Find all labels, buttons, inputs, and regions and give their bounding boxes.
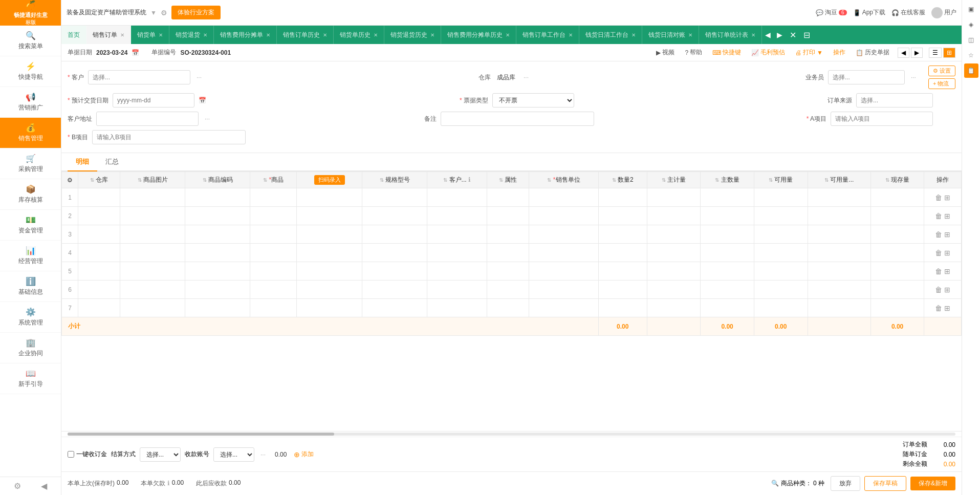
tab-sales-stats-close[interactable]: ✕ xyxy=(751,32,755,38)
row-product-6[interactable] xyxy=(250,281,297,299)
row-spec-2[interactable] xyxy=(362,207,427,225)
account-ellipsis[interactable]: ··· xyxy=(258,451,268,458)
history-btn[interactable]: 📋 历史单据 xyxy=(854,47,891,58)
row-qty2-6[interactable] xyxy=(598,281,647,299)
available-sort-icon[interactable]: ⇅ xyxy=(769,177,773,183)
tab-sales-invoice[interactable]: 销货单 ✕ xyxy=(131,26,169,44)
row-spec-7[interactable] xyxy=(362,299,427,317)
sidebar-item-operations[interactable]: 📊 经营管理 xyxy=(0,241,61,271)
row-warehouse-5[interactable] xyxy=(78,262,120,281)
customer-code-sort-icon[interactable]: ⇅ xyxy=(443,177,447,183)
tab-sales-order-history-close[interactable]: ✕ xyxy=(323,32,327,38)
qty2-sort-icon[interactable]: ⇅ xyxy=(612,177,616,183)
row-product-3[interactable] xyxy=(250,225,297,244)
tab-sales-stats[interactable]: 销售订单统计表 ✕ xyxy=(699,26,762,44)
row-code-1[interactable] xyxy=(185,188,250,207)
sidebar-item-purchase[interactable]: 🛒 采购管理 xyxy=(0,148,61,179)
save-new-button[interactable]: 保存&新增 xyxy=(910,477,955,490)
product-sort-icon[interactable]: ⇅ xyxy=(263,177,267,183)
sidebar-item-sales[interactable]: 💰 销售管理 xyxy=(0,118,61,148)
row-code-2[interactable] xyxy=(185,207,250,225)
row-unit-6[interactable] xyxy=(529,281,599,299)
tab-daily-reconcile-close[interactable]: ✕ xyxy=(688,32,692,38)
row-main-qty-3[interactable] xyxy=(701,225,754,244)
sidebar-item-basicinfo[interactable]: ℹ️ 基础信息 xyxy=(0,271,61,302)
sidebar-item-finance[interactable]: 💵 资金管理 xyxy=(0,210,61,241)
a-project-input[interactable] xyxy=(831,112,933,126)
tab-expense-history-close[interactable]: ✕ xyxy=(506,32,510,38)
row-main-qty-1[interactable] xyxy=(701,188,754,207)
message-btn[interactable]: 💬 淘豆 6 xyxy=(816,8,847,17)
warehouse-sort-icon[interactable]: ⇅ xyxy=(90,177,94,183)
salesperson-input[interactable] xyxy=(828,70,905,84)
tab-invoice-history-close[interactable]: ✕ xyxy=(374,32,378,38)
row-qty2-5[interactable] xyxy=(598,262,647,281)
main-unit-sort-icon[interactable]: ⇅ xyxy=(662,177,666,183)
horizontal-scrollbar[interactable] xyxy=(61,431,962,437)
tab-return-history[interactable]: 销货退货历史 ✕ xyxy=(384,26,441,44)
copy-row-btn-4[interactable]: ⊞ xyxy=(944,249,950,257)
available2-sort-icon[interactable]: ⇅ xyxy=(824,177,829,183)
tab-daily-workbench[interactable]: 钱货日清工作台 ✕ xyxy=(579,26,642,44)
unit-sort-icon[interactable]: ⇅ xyxy=(547,177,551,183)
shortcut-btn[interactable]: ⌨ 快捷键 xyxy=(710,47,743,58)
row-spec-4[interactable] xyxy=(362,244,427,262)
delete-row-btn-7[interactable]: 🗑 xyxy=(935,304,942,312)
tab-sales-return-close[interactable]: ✕ xyxy=(203,32,207,38)
image-sort-icon[interactable]: ⇅ xyxy=(138,177,142,183)
table-settings-icon[interactable]: ⚙ xyxy=(67,177,73,184)
row-product-4[interactable] xyxy=(250,244,297,262)
spec-sort-icon[interactable]: ⇅ xyxy=(380,177,384,183)
list-view-btn[interactable]: ☰ xyxy=(929,48,942,58)
row-attr-4[interactable] xyxy=(487,244,529,262)
tab-sales-order-close[interactable]: ✕ xyxy=(120,32,124,38)
row-spec-3[interactable] xyxy=(362,225,427,244)
row-customer-code-2[interactable] xyxy=(427,207,487,225)
row-attr-6[interactable] xyxy=(487,281,529,299)
sidebar-item-inventory[interactable]: 📦 库存核算 xyxy=(0,179,61,210)
next-record-btn[interactable]: ▶ xyxy=(911,48,923,58)
b-project-input[interactable] xyxy=(92,130,246,144)
order-source-input[interactable] xyxy=(856,93,933,107)
row-code-7[interactable] xyxy=(185,299,250,317)
scrollbar-thumb[interactable] xyxy=(68,433,334,436)
salesperson-ellipsis[interactable]: ··· xyxy=(909,74,918,81)
right-panel-btn-5[interactable]: 📋 xyxy=(964,63,978,78)
row-code-5[interactable] xyxy=(185,262,250,281)
tab-home[interactable]: 首页 xyxy=(61,26,86,44)
warehouse-ellipsis[interactable]: ··· xyxy=(521,74,531,81)
row-main-qty-6[interactable] xyxy=(701,281,754,299)
copy-row-btn-1[interactable]: ⊞ xyxy=(944,193,950,202)
tab-detail[interactable]: 明细 xyxy=(68,153,97,171)
row-warehouse-2[interactable] xyxy=(78,207,120,225)
row-warehouse-4[interactable] xyxy=(78,244,120,262)
th-setting[interactable]: ⚙ xyxy=(62,172,78,188)
row-warehouse-7[interactable] xyxy=(78,299,120,317)
row-product-5[interactable] xyxy=(250,262,297,281)
tab-sales-return[interactable]: 销货退货 ✕ xyxy=(169,26,214,44)
row-customer-code-5[interactable] xyxy=(427,262,487,281)
row-warehouse-1[interactable] xyxy=(78,188,120,207)
row-attr-5[interactable] xyxy=(487,262,529,281)
delete-row-btn-3[interactable]: 🗑 xyxy=(935,230,942,239)
sidebar-item-system[interactable]: ⚙️ 系统管理 xyxy=(0,302,61,333)
row-unit-7[interactable] xyxy=(529,299,599,317)
memo-input[interactable] xyxy=(441,112,594,126)
tab-prev-btn[interactable]: ◀ xyxy=(762,26,774,44)
delete-row-btn-6[interactable]: 🗑 xyxy=(935,286,942,294)
save-draft-button[interactable]: 保存草稿 xyxy=(864,476,906,491)
row-attr-3[interactable] xyxy=(487,225,529,244)
view-btn[interactable]: ▶ 视频 xyxy=(654,47,677,58)
settings-icon[interactable]: ⚙ xyxy=(161,9,167,17)
copy-row-btn-6[interactable]: ⊞ xyxy=(944,286,950,294)
addr-ellipsis[interactable]: ··· xyxy=(203,115,212,122)
row-main-qty-2[interactable] xyxy=(701,207,754,225)
tab-expense-history[interactable]: 销售费用分摊单历史 ✕ xyxy=(441,26,516,44)
row-unit-1[interactable] xyxy=(529,188,599,207)
delivery-input[interactable] xyxy=(113,93,194,107)
delete-row-btn-4[interactable]: 🗑 xyxy=(935,249,942,257)
app-download-btn[interactable]: 📱 App下载 xyxy=(853,8,885,17)
copy-row-btn-2[interactable]: ⊞ xyxy=(944,212,950,220)
tab-next-btn[interactable]: ▶ xyxy=(774,26,786,44)
scan-btn[interactable]: 扫码录入 xyxy=(314,175,345,185)
